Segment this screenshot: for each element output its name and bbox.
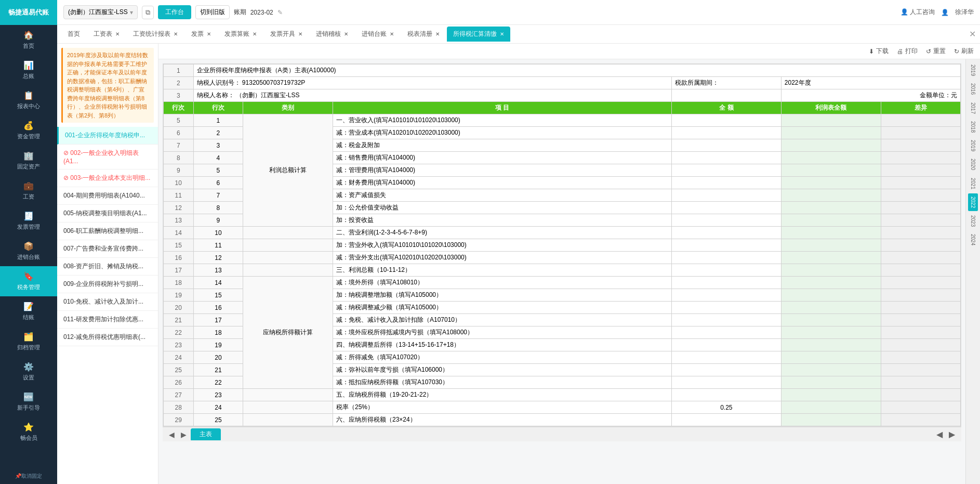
col-a[interactable]: 13 xyxy=(193,264,243,277)
col-f[interactable] xyxy=(881,227,960,239)
sidebar-pin-toggle[interactable]: 📌取消固定 xyxy=(0,468,57,484)
col-f[interactable] xyxy=(881,152,960,164)
tab-invoice[interactable]: 发票 ✕ xyxy=(185,27,217,42)
col-e[interactable] xyxy=(781,289,881,302)
col-c[interactable]: 二、营业利润(1-2-3-4-5-6-7-8+9) xyxy=(333,227,671,239)
sidebar-item-purchase[interactable]: 📦 进销台账 xyxy=(0,236,57,266)
switch-button[interactable]: 切到旧版 xyxy=(195,5,230,19)
download-button[interactable]: ⬇ 下载 xyxy=(869,47,889,56)
year-item-2019a[interactable]: 2019 xyxy=(968,61,978,79)
col-e[interactable] xyxy=(781,114,881,127)
menu-item-012[interactable]: 012-减免所得税优惠明细表(... xyxy=(57,329,158,346)
col-d[interactable] xyxy=(671,264,781,277)
col-f[interactable] xyxy=(881,277,960,289)
col-e[interactable] xyxy=(781,302,881,314)
col-f[interactable] xyxy=(881,214,960,227)
sidebar-item-archive[interactable]: 🗂️ 归档管理 xyxy=(0,326,57,357)
period-edit-icon[interactable]: ✎ xyxy=(277,9,283,16)
col-e[interactable] xyxy=(781,401,881,414)
refresh-button[interactable]: ↻ 刷新 xyxy=(954,47,974,56)
col-c[interactable]: 加：投资收益 xyxy=(333,214,671,227)
col-f[interactable] xyxy=(881,239,960,252)
year-item-2018[interactable]: 2018 xyxy=(968,118,978,136)
col-f[interactable] xyxy=(881,127,960,139)
sidebar-item-settle[interactable]: 📝 结账 xyxy=(0,296,57,326)
col-f[interactable] xyxy=(881,339,960,351)
col-d[interactable] xyxy=(671,152,781,164)
col-d[interactable] xyxy=(671,164,781,177)
col-e[interactable] xyxy=(781,326,881,339)
col-d[interactable] xyxy=(671,227,781,239)
year-item-2017[interactable]: 2017 xyxy=(968,99,978,117)
col-d[interactable] xyxy=(671,326,781,339)
sidebar-item-tax[interactable]: 🔖 税务管理 xyxy=(0,266,57,296)
col-d[interactable] xyxy=(671,289,781,302)
company-selector[interactable]: (勿删）江西服宝-LSS ▾ xyxy=(63,5,138,19)
col-a[interactable]: 3 xyxy=(193,139,243,152)
sheet-page-prev-icon[interactable]: ◀ xyxy=(934,429,945,439)
close-all-tabs[interactable]: ✕ xyxy=(969,29,976,39)
col-e[interactable] xyxy=(781,252,881,264)
col-f[interactable] xyxy=(881,202,960,214)
sidebar-item-report[interactable]: 📋 报表中心 xyxy=(0,85,57,115)
col-c[interactable]: 加：纳税调整增加额（填写A105000） xyxy=(333,289,671,302)
col-d[interactable] xyxy=(671,252,781,264)
col-f[interactable] xyxy=(881,401,960,414)
close-icon[interactable]: ✕ xyxy=(390,31,394,37)
copy-button[interactable]: ⧉ xyxy=(142,6,154,19)
tab-invoice-calc[interactable]: 发票算账 ✕ xyxy=(218,27,263,42)
col-e[interactable] xyxy=(781,164,881,177)
col-c[interactable]: 五、应纳税所得额（19-20-21-22） xyxy=(333,389,671,401)
col-f[interactable] xyxy=(881,252,960,264)
sheet-container[interactable]: 1 企业所得税年度纳税申报表（A类）主表(A100000) 2 纳税人识别号： … xyxy=(158,59,965,484)
year-item-2019b[interactable]: 2019 xyxy=(968,137,978,154)
col-e[interactable] xyxy=(781,277,881,289)
year-item-2016[interactable]: 2016 xyxy=(968,80,978,98)
sidebar-item-invoice[interactable]: 🧾 发票管理 xyxy=(0,206,57,236)
col-a[interactable]: 11 xyxy=(193,239,243,252)
sheet-page-next-icon[interactable]: ▶ xyxy=(947,429,957,439)
col-d[interactable] xyxy=(671,189,781,202)
col-e[interactable] xyxy=(781,177,881,189)
col-a[interactable]: 25 xyxy=(193,414,243,426)
col-c[interactable]: 加：营业外收入(填写A101010\101020\103000) xyxy=(333,239,671,252)
sidebar-item-capital[interactable]: 💰 资金管理 xyxy=(0,115,57,146)
user-service[interactable]: 👤 人工咨询 xyxy=(900,8,935,17)
col-f[interactable] xyxy=(881,114,960,127)
close-icon[interactable]: ✕ xyxy=(174,31,178,37)
col-c[interactable]: 税率（25%） xyxy=(333,401,671,414)
col-a[interactable]: 18 xyxy=(193,326,243,339)
col-a[interactable]: 15 xyxy=(193,289,243,302)
col-a[interactable]: 19 xyxy=(193,339,243,351)
col-f[interactable] xyxy=(881,314,960,326)
col-a[interactable]: 12 xyxy=(193,252,243,264)
print-button[interactable]: 🖨 打印 xyxy=(897,47,918,56)
col-d[interactable] xyxy=(671,239,781,252)
tab-tax-list[interactable]: 税表清册 ✕ xyxy=(401,27,446,42)
sidebar-item-salary[interactable]: 💼 工资 xyxy=(0,176,57,206)
tab-salary[interactable]: 工资表 ✕ xyxy=(87,27,126,42)
col-d[interactable] xyxy=(671,339,781,351)
col-d[interactable] xyxy=(671,202,781,214)
col-a[interactable]: 1 xyxy=(193,114,243,127)
col-e[interactable] xyxy=(781,139,881,152)
col-f[interactable] xyxy=(881,302,960,314)
tab-invoice-open[interactable]: 发票开具 ✕ xyxy=(264,27,309,42)
close-icon[interactable]: ✕ xyxy=(435,31,440,37)
col-f[interactable] xyxy=(881,326,960,339)
sidebar-item-settings[interactable]: ⚙️ 设置 xyxy=(0,357,57,387)
col-a[interactable]: 6 xyxy=(193,177,243,189)
col-c[interactable]: 减：抵扣应纳税所得额（填写A107030） xyxy=(333,376,671,389)
col-e[interactable] xyxy=(781,314,881,326)
sidebar-item-ledger[interactable]: 📊 总账 xyxy=(0,55,57,85)
col-c[interactable]: 减：免税、减计收入及加计扣除（A107010） xyxy=(333,314,671,326)
col-a[interactable]: 4 xyxy=(193,152,243,164)
close-icon[interactable]: ✕ xyxy=(500,31,504,37)
menu-item-009[interactable]: 009-企业所得税附补亏损明... xyxy=(57,276,158,293)
col-e[interactable] xyxy=(781,227,881,239)
col-d[interactable]: 0.25 xyxy=(671,401,781,414)
menu-item-002[interactable]: 002-一般企业收入明细表(A1... xyxy=(57,145,158,169)
col-a[interactable]: 21 xyxy=(193,364,243,376)
col-d[interactable] xyxy=(671,214,781,227)
col-f[interactable] xyxy=(881,189,960,202)
